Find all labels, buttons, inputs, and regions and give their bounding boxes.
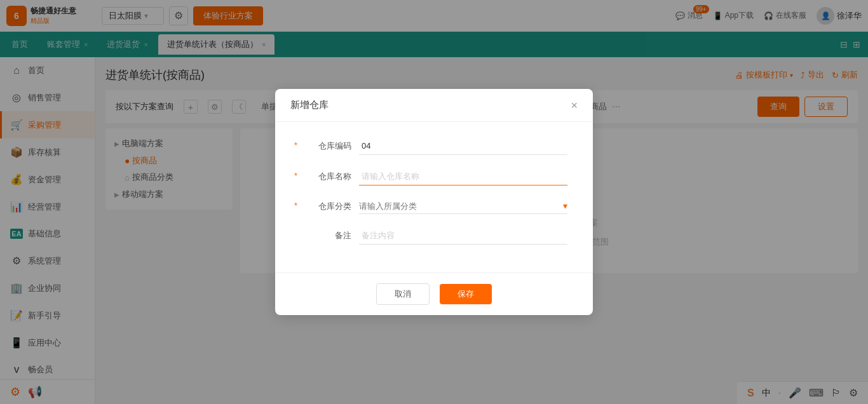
save-button[interactable]: 保存 [440, 284, 492, 304]
dialog-title: 新增仓库 [290, 99, 329, 111]
code-input[interactable] [359, 137, 567, 155]
cancel-button[interactable]: 取消 [376, 283, 430, 305]
name-input[interactable] [359, 168, 567, 185]
remark-input[interactable] [359, 227, 567, 245]
remark-label: 备注 [301, 230, 351, 241]
form-row-code: 仓库编码 [301, 137, 567, 155]
new-warehouse-dialog: 新增仓库 × 仓库编码 仓库名称 仓库分类 ▾ [275, 89, 593, 315]
code-label: 仓库编码 [301, 140, 351, 152]
dialog-body: 仓库编码 仓库名称 仓库分类 ▾ 备注 [275, 122, 593, 273]
dialog-footer: 取消 保存 [275, 273, 593, 315]
category-dropdown-icon[interactable]: ▾ [563, 201, 567, 211]
name-label: 仓库名称 [301, 171, 351, 182]
dialog-overlay: 新增仓库 × 仓库编码 仓库名称 仓库分类 ▾ [0, 0, 868, 404]
dialog-header: 新增仓库 × [275, 89, 593, 122]
category-label: 仓库分类 [301, 201, 351, 212]
form-row-remark: 备注 [301, 227, 567, 245]
form-row-category: 仓库分类 ▾ [301, 198, 567, 214]
category-select-row: ▾ [359, 198, 567, 214]
dialog-close-button[interactable]: × [571, 100, 578, 111]
category-input[interactable] [359, 201, 563, 211]
form-row-name: 仓库名称 [301, 168, 567, 185]
